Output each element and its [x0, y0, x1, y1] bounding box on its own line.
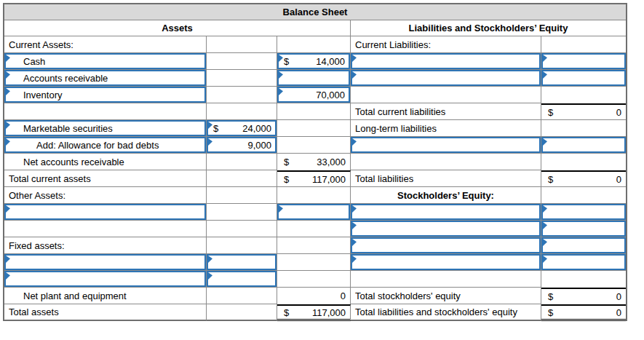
currency-symbol: $ — [213, 124, 218, 133]
marketable-securities-amount-cell[interactable]: $ 24,000 — [207, 120, 277, 137]
accounts-receivable-label-cell[interactable]: Accounts receivable — [4, 70, 207, 87]
current-liability-input-1-amount-cell[interactable] — [541, 53, 626, 70]
equity-input-2-label-cell[interactable] — [351, 221, 541, 237]
answer-marker-icon — [6, 272, 10, 280]
long-term-liabilities-heading: Long-term liabilities — [351, 120, 541, 137]
blank-cell — [207, 36, 277, 53]
input-highlight — [541, 137, 626, 153]
total-assets-value: 117,000 — [312, 308, 346, 317]
equity-input-1-label-cell[interactable] — [351, 204, 541, 221]
answer-marker-icon — [208, 256, 212, 263]
total-liabilities-label: Total liabilities — [351, 170, 541, 187]
total-liab-equity-amount-cell: $ 0 — [541, 304, 626, 321]
fixed-asset-input-2-label-cell[interactable] — [4, 271, 207, 288]
current-liability-input-2-amount-cell[interactable] — [541, 70, 626, 87]
current-liability-input-2-label-cell[interactable] — [351, 70, 541, 87]
allowance-bad-debts-label-cell[interactable]: Add: Allowance for bad debts — [4, 137, 207, 154]
answer-marker-icon — [352, 55, 357, 62]
currency-symbol: $ — [548, 292, 553, 301]
input-highlight — [541, 221, 626, 237]
marketable-securities-label: Marketable securities — [23, 124, 113, 133]
input-highlight — [351, 254, 541, 270]
net-accounts-receivable-amount-cell: $ 33,000 — [277, 154, 351, 170]
blank-cell — [207, 237, 277, 254]
input-highlight — [277, 70, 350, 86]
other-asset-input-amount-cell[interactable] — [277, 204, 351, 221]
fixed-assets-heading: Fixed assets: — [4, 237, 207, 254]
blank-cell — [207, 304, 277, 321]
input-highlight — [351, 137, 541, 153]
equity-input-4-label-cell[interactable] — [351, 254, 541, 271]
answer-marker-icon — [279, 71, 283, 79]
answer-marker-icon — [6, 88, 10, 95]
input-highlight: Cash — [4, 53, 206, 69]
blank-cell — [351, 154, 541, 170]
answer-marker-icon — [543, 256, 547, 263]
blank-cell — [541, 120, 626, 137]
cash-amount-cell[interactable]: $ 14,000 — [277, 53, 351, 70]
total-current-assets-value: 117,000 — [312, 175, 346, 184]
accounts-receivable-amount-cell[interactable] — [277, 70, 351, 87]
input-highlight — [541, 254, 626, 270]
input-highlight: 70,000 — [277, 87, 350, 103]
marketable-securities-label-cell[interactable]: Marketable securities — [4, 120, 207, 137]
answer-marker-icon — [6, 55, 10, 62]
input-highlight — [277, 204, 350, 220]
input-highlight: Add: Allowance for bad debts — [4, 137, 206, 153]
input-highlight — [351, 221, 541, 237]
currency-symbol: $ — [284, 57, 289, 66]
equity-input-3-label-cell[interactable] — [351, 237, 541, 254]
blank-cell — [277, 221, 351, 237]
equity-input-4-amount-cell[interactable] — [541, 254, 626, 271]
answer-marker-icon — [6, 256, 10, 263]
total-liabilities-amount-cell: $ 0 — [541, 170, 626, 187]
answer-marker-icon — [6, 138, 10, 146]
answer-marker-icon — [352, 205, 357, 213]
answer-marker-icon — [6, 205, 10, 213]
input-highlight — [351, 70, 541, 86]
equity-input-1-amount-cell[interactable] — [541, 204, 626, 221]
inventory-label-cell[interactable]: Inventory — [4, 87, 207, 103]
total-liabilities-value: 0 — [616, 175, 621, 184]
answer-marker-icon — [208, 122, 212, 129]
answer-marker-icon — [6, 71, 10, 79]
current-liability-input-1-label-cell[interactable] — [351, 53, 541, 70]
cash-label-cell[interactable]: Cash — [4, 53, 207, 70]
total-current-liabilities-value: 0 — [616, 108, 621, 117]
blank-cell — [207, 103, 277, 120]
currency-symbol: $ — [284, 157, 289, 167]
blank-cell — [277, 187, 351, 204]
net-plant-equipment-label: Net plant and equipment — [4, 288, 207, 304]
answer-marker-icon — [543, 205, 547, 213]
currency-symbol: $ — [284, 175, 289, 184]
blank-cell — [207, 221, 277, 237]
equity-input-3-amount-cell[interactable] — [541, 237, 626, 254]
equity-input-2-amount-cell[interactable] — [541, 221, 626, 237]
blank-cell — [351, 271, 541, 288]
input-highlight — [4, 204, 206, 220]
blank-cell — [277, 237, 351, 254]
blank-cell — [277, 271, 351, 288]
answer-marker-icon — [543, 71, 547, 79]
inventory-amount-cell[interactable]: 70,000 — [277, 87, 351, 103]
currency-symbol: $ — [548, 308, 553, 317]
blank-cell — [541, 187, 626, 204]
total-current-liabilities-label: Total current liabilities — [351, 103, 541, 120]
fixed-asset-input-1-label-cell[interactable] — [4, 254, 207, 271]
answer-marker-icon — [543, 138, 547, 146]
inventory-label: Inventory — [23, 90, 62, 100]
allowance-bad-debts-label: Add: Allowance for bad debts — [36, 141, 159, 150]
answer-marker-icon — [543, 239, 547, 246]
other-asset-input-label-cell[interactable] — [4, 204, 207, 221]
fixed-asset-input-2-amount-cell[interactable] — [207, 271, 277, 288]
long-term-liability-input-amount-cell[interactable] — [541, 137, 626, 154]
fixed-asset-input-1-amount-cell[interactable] — [207, 254, 277, 271]
input-highlight — [541, 70, 626, 86]
answer-marker-icon — [208, 272, 212, 280]
total-stockholders-equity-label: Total stockholders' equity — [351, 288, 541, 304]
input-highlight — [541, 53, 626, 69]
total-current-liabilities-amount-cell: $ 0 — [541, 103, 626, 120]
long-term-liability-input-label-cell[interactable] — [351, 137, 541, 154]
total-current-assets-amount-cell: $ 117,000 — [277, 170, 351, 187]
allowance-bad-debts-amount-cell[interactable]: 9,000 — [207, 137, 277, 154]
